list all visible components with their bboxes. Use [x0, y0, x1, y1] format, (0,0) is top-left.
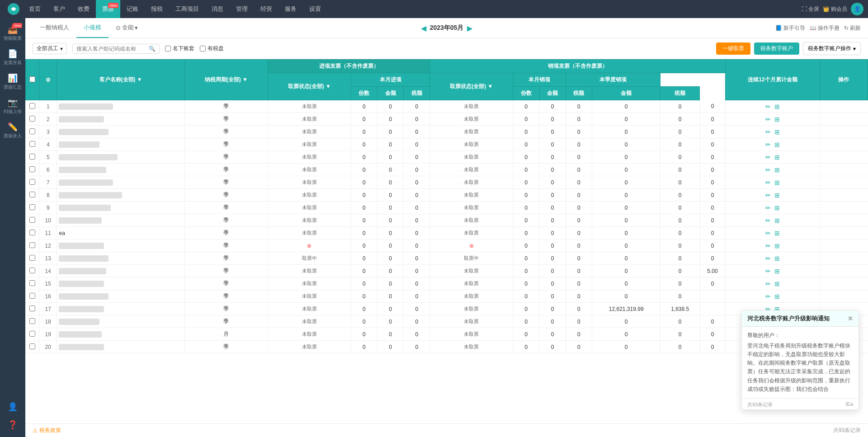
- employee-select[interactable]: 全部员工 ▾: [33, 43, 67, 54]
- nav-settings[interactable]: 设置: [303, 0, 327, 18]
- copy-icon[interactable]: ⊞: [774, 217, 780, 224]
- sidebar-user-btn[interactable]: 👤: [1, 399, 24, 415]
- th-tax-period[interactable]: 纳税周期(全部) ▼: [184, 60, 268, 100]
- copy-icon[interactable]: ⊞: [774, 154, 780, 161]
- tab-general-taxpayer[interactable]: 一般纳税人: [33, 18, 76, 38]
- copy-icon[interactable]: ⊞: [774, 204, 780, 211]
- nav-operation[interactable]: 经营: [254, 0, 278, 18]
- select-all-checkbox[interactable]: [29, 76, 35, 82]
- customer-search-input[interactable]: [73, 44, 145, 53]
- copy-icon[interactable]: ⊞: [774, 293, 780, 300]
- nav-service[interactable]: 服务: [278, 0, 303, 18]
- prev-month-btn[interactable]: ◀: [421, 24, 426, 33]
- row-checkbox[interactable]: [29, 230, 35, 235]
- edit-icon[interactable]: ✏: [765, 255, 771, 262]
- refresh-btn[interactable]: ↻ 刷新: [844, 24, 861, 32]
- row-checkbox[interactable]: [29, 268, 35, 273]
- edit-icon[interactable]: ✏: [765, 192, 771, 199]
- nav-customer[interactable]: 客户: [47, 0, 71, 18]
- row-checkbox[interactable]: [29, 128, 35, 134]
- row-checkbox[interactable]: [29, 305, 35, 311]
- edit-icon[interactable]: ✏: [765, 280, 771, 287]
- th-out-status[interactable]: 取票状态(全部) ▼: [430, 73, 513, 100]
- nav-message[interactable]: 消息: [205, 0, 230, 18]
- next-month-btn[interactable]: ▶: [467, 24, 472, 33]
- edit-icon[interactable]: ✏: [765, 293, 771, 300]
- row-checkbox[interactable]: [29, 280, 35, 286]
- row-checkbox[interactable]: [29, 204, 35, 210]
- sidebar-item-smart-invoice[interactable]: 📥 new 智能取票: [1, 22, 24, 44]
- account-filter-checkbox[interactable]: 名下账套: [165, 45, 194, 52]
- copy-icon[interactable]: ⊞: [774, 179, 780, 186]
- nav-manage[interactable]: 管理: [230, 0, 254, 18]
- sidebar-help-btn[interactable]: ❓: [1, 417, 24, 433]
- copy-icon[interactable]: ⊞: [774, 166, 780, 174]
- search-icon[interactable]: 🔍: [145, 46, 159, 52]
- row-checkbox[interactable]: [29, 217, 35, 223]
- tab-small-scale[interactable]: 小规模: [76, 18, 108, 38]
- edit-icon[interactable]: ✏: [765, 116, 771, 123]
- tab-all[interactable]: ⊙ 全能 ▾: [108, 18, 145, 38]
- row-checkbox[interactable]: [29, 242, 35, 248]
- row-checkbox[interactable]: [29, 343, 35, 349]
- copy-icon[interactable]: ⊞: [774, 268, 780, 275]
- th-customer-name[interactable]: 客户名称(全部) ▼: [57, 60, 184, 100]
- row-checkbox[interactable]: [29, 192, 35, 197]
- edit-icon[interactable]: ✏: [765, 166, 771, 174]
- copy-icon[interactable]: ⊞: [774, 116, 780, 123]
- edit-icon[interactable]: ✏: [765, 217, 771, 224]
- row-checkbox[interactable]: [29, 293, 35, 299]
- row-checkbox[interactable]: [29, 154, 35, 160]
- customer-name-blurred: [59, 344, 104, 350]
- row-checkbox[interactable]: [29, 103, 35, 109]
- edit-icon[interactable]: ✏: [765, 179, 771, 186]
- row-checkbox[interactable]: [29, 255, 35, 261]
- copy-icon[interactable]: ⊞: [774, 141, 780, 148]
- edit-icon[interactable]: ✏: [765, 154, 771, 161]
- sidebar-item-entry[interactable]: ✏️ 票据录入: [1, 119, 24, 142]
- row-checkbox[interactable]: [29, 166, 35, 172]
- tax-digital-account-action-btn[interactable]: 税务数字账户操作 ▾: [803, 42, 861, 55]
- nav-bookkeeping[interactable]: 记账: [120, 0, 145, 18]
- nav-invoice[interactable]: 票据 new: [96, 0, 120, 18]
- edit-icon[interactable]: ✏: [765, 242, 771, 249]
- nav-tax[interactable]: 报税: [145, 0, 169, 18]
- edit-icon[interactable]: ✏: [765, 204, 771, 211]
- fullscreen-btn[interactable]: ⛶ 全屏: [802, 5, 819, 13]
- copy-icon[interactable]: ⊞: [774, 230, 780, 237]
- edit-icon[interactable]: ✏: [765, 268, 771, 275]
- nav-home[interactable]: 首页: [23, 0, 47, 18]
- edit-icon[interactable]: ✏: [765, 141, 771, 148]
- row-checkbox[interactable]: [29, 141, 35, 147]
- edit-icon[interactable]: ✏: [765, 128, 771, 136]
- copy-icon[interactable]: ⊞: [774, 280, 780, 287]
- copy-icon[interactable]: ⊞: [774, 103, 780, 110]
- copy-icon[interactable]: ⊞: [774, 242, 780, 249]
- tax-digital-account-btn[interactable]: 税务数字账户: [754, 42, 799, 55]
- account-filter-input[interactable]: [165, 46, 171, 52]
- one-click-invoice-btn[interactable]: 一键取票: [716, 42, 750, 55]
- row-checkbox[interactable]: [29, 179, 35, 185]
- nav-fee[interactable]: 收费: [71, 0, 96, 18]
- nav-business[interactable]: 工商项目: [169, 0, 205, 18]
- tax-policy-link[interactable]: ⚠ 税务政策: [33, 427, 61, 434]
- vip-btn[interactable]: 👑 购会员: [823, 5, 847, 13]
- th-in-status[interactable]: 取票状态(全部) ▼: [268, 73, 351, 100]
- copy-icon[interactable]: ⊞: [774, 192, 780, 199]
- new-user-guide-btn[interactable]: 📘 新手引导: [775, 24, 805, 32]
- sidebar-item-scan[interactable]: 📷 扫描上传: [1, 95, 24, 117]
- user-avatar[interactable]: 👤: [851, 3, 863, 15]
- manual-btn[interactable]: 📖 操作手册: [810, 24, 840, 32]
- row-checkbox[interactable]: [29, 331, 35, 337]
- taxpad-filter-checkbox[interactable]: 有税盘: [200, 45, 224, 52]
- notification-close-btn[interactable]: ✕: [848, 315, 853, 322]
- copy-icon[interactable]: ⊞: [774, 255, 780, 262]
- copy-icon[interactable]: ⊞: [774, 128, 780, 136]
- row-checkbox[interactable]: [29, 318, 35, 324]
- sidebar-item-open-invoice[interactable]: 📄 发票开具: [1, 46, 24, 69]
- taxpad-filter-input[interactable]: [200, 46, 206, 52]
- row-checkbox[interactable]: [29, 116, 35, 122]
- edit-icon[interactable]: ✏: [765, 103, 771, 110]
- edit-icon[interactable]: ✏: [765, 230, 771, 237]
- sidebar-item-summary[interactable]: 📊 票据汇总: [1, 70, 24, 93]
